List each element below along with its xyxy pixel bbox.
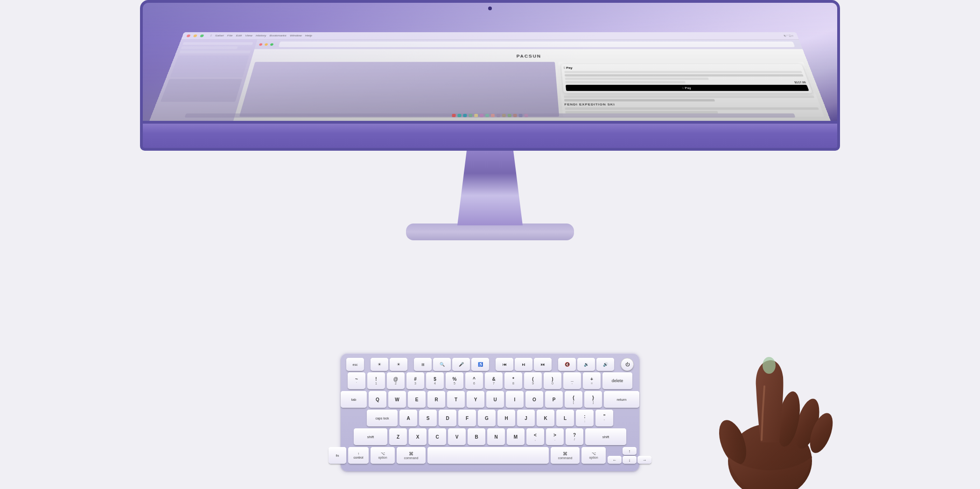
key-f2[interactable]: ☀	[390, 358, 407, 371]
status-bar: ⎗ ⎖ ⎕ ⎔	[784, 35, 794, 37]
checkout-line-2	[565, 74, 804, 77]
key-tab[interactable]: tab	[341, 391, 367, 408]
key-n[interactable]: N	[487, 428, 505, 445]
key-e[interactable]: E	[408, 391, 426, 408]
key-option-right[interactable]: ⌥ option	[581, 447, 606, 464]
key-spacebar[interactable]	[427, 447, 549, 464]
key-backtick[interactable]: ~ `	[348, 372, 365, 389]
pacsun-title: PACSUN	[256, 53, 803, 60]
key-comma[interactable]: < ,	[526, 428, 544, 445]
key-shift-right[interactable]: shift	[585, 428, 626, 445]
key-semicolon[interactable]: : ;	[576, 410, 594, 426]
key-backspace[interactable]: delete	[602, 372, 632, 389]
key-f1[interactable]: ☀	[371, 358, 388, 371]
key-f8[interactable]: ⏯	[515, 358, 532, 371]
svg-point-5	[763, 357, 776, 374]
fn-row: esc ☀ ☀ ⊞ 🔍 🎤 ♿ ⏮ ⏯ ⏭	[346, 358, 634, 371]
key-arrow-down[interactable]: ↓	[623, 456, 637, 464]
key-m[interactable]: M	[507, 428, 525, 445]
address-bar[interactable]	[279, 42, 795, 47]
key-arrow-right[interactable]: →	[637, 456, 651, 464]
key-quote[interactable]: " '	[595, 410, 613, 426]
key-f7[interactable]: ⏮	[496, 358, 513, 371]
dock-icon-settings	[497, 114, 500, 117]
key-h[interactable]: H	[497, 410, 515, 426]
key-9[interactable]: ( 9	[524, 372, 542, 389]
key-slash[interactable]: ? /	[566, 428, 583, 445]
apple-pay-modal:  Pay $117.00	[561, 64, 812, 93]
key-w[interactable]: W	[388, 391, 406, 408]
key-arrow-left[interactable]: ←	[608, 456, 622, 464]
key-k[interactable]: K	[537, 410, 554, 426]
key-d[interactable]: D	[439, 410, 456, 426]
key-4[interactable]: $ 4	[426, 372, 444, 389]
key-2[interactable]: @ 2	[387, 372, 405, 389]
camera	[488, 7, 492, 10]
shift-row: shift Z X C V B N M < , > . ? /	[346, 428, 634, 445]
key-command-right[interactable]: ⌘ command	[551, 447, 580, 464]
key-8[interactable]: * 8	[504, 372, 522, 389]
key-c[interactable]: C	[428, 428, 446, 445]
key-f4[interactable]: 🔍	[433, 358, 451, 371]
key-o[interactable]: O	[525, 391, 543, 408]
key-a[interactable]: A	[399, 410, 417, 426]
key-l[interactable]: L	[556, 410, 574, 426]
imac-screen:  Safari File Edit View History Bookmark…	[149, 32, 831, 121]
key-fn-bottom[interactable]: fn	[329, 447, 346, 464]
key-equals[interactable]: + =	[583, 372, 601, 389]
minimize-button[interactable]	[265, 43, 268, 45]
menu-help: Help	[305, 34, 312, 37]
maximize-button[interactable]	[270, 43, 274, 45]
key-6[interactable]: ^ 6	[465, 372, 483, 389]
key-shift-left[interactable]: shift	[354, 428, 387, 445]
key-j[interactable]: J	[517, 410, 535, 426]
key-q[interactable]: Q	[369, 391, 386, 408]
key-f12[interactable]: 🔊	[596, 358, 614, 371]
key-z[interactable]: Z	[389, 428, 407, 445]
key-b[interactable]: B	[468, 428, 485, 445]
key-v[interactable]: V	[448, 428, 466, 445]
key-f6[interactable]: ♿	[471, 358, 489, 371]
key-5[interactable]: % 5	[446, 372, 463, 389]
key-1[interactable]: ! 1	[367, 372, 385, 389]
key-capslock[interactable]: caps lock	[367, 410, 398, 426]
key-r[interactable]: R	[427, 391, 445, 408]
key-option-left[interactable]: ⌥ option	[371, 447, 395, 464]
key-arrow-up[interactable]: ↑	[623, 447, 637, 455]
imac-base	[406, 224, 574, 240]
key-f9[interactable]: ⏭	[534, 358, 552, 371]
apple-pay-button[interactable]:  Pay	[566, 85, 809, 91]
key-g[interactable]: G	[478, 410, 496, 426]
key-f5[interactable]: 🎤	[452, 358, 470, 371]
dock-icon-finder	[452, 114, 455, 117]
key-f10[interactable]: 🔇	[558, 358, 576, 371]
hand	[695, 321, 845, 489]
key-f3[interactable]: ⊞	[414, 358, 432, 371]
key-i[interactable]: I	[506, 391, 524, 408]
close-dot	[186, 34, 190, 37]
key-f[interactable]: F	[458, 410, 476, 426]
key-minus[interactable]: _ -	[563, 372, 581, 389]
key-7[interactable]: & 7	[485, 372, 503, 389]
key-x[interactable]: X	[409, 428, 427, 445]
key-power[interactable]: ⏻	[621, 358, 634, 371]
key-y[interactable]: Y	[467, 391, 484, 408]
key-t[interactable]: T	[447, 391, 465, 408]
key-lbracket[interactable]: { [	[565, 391, 582, 408]
key-command-left[interactable]: ⌘ command	[397, 447, 426, 464]
key-0[interactable]: ) 0	[544, 372, 561, 389]
key-control[interactable]: ↑ control	[348, 447, 369, 464]
price-value: $117.00	[794, 81, 806, 84]
key-period[interactable]: > .	[546, 428, 564, 445]
screen-main: PACSUN	[149, 40, 831, 121]
key-rbracket[interactable]: } ]	[584, 391, 602, 408]
key-p[interactable]: P	[545, 391, 563, 408]
key-3[interactable]: # 3	[406, 372, 424, 389]
key-f11[interactable]: 🔉	[577, 358, 595, 371]
key-s[interactable]: S	[419, 410, 437, 426]
key-u[interactable]: U	[486, 391, 504, 408]
key-return[interactable]: return	[604, 391, 639, 408]
key-esc[interactable]: esc	[346, 358, 364, 371]
screen-browser: PACSUN	[233, 40, 831, 121]
close-button[interactable]	[259, 43, 263, 45]
